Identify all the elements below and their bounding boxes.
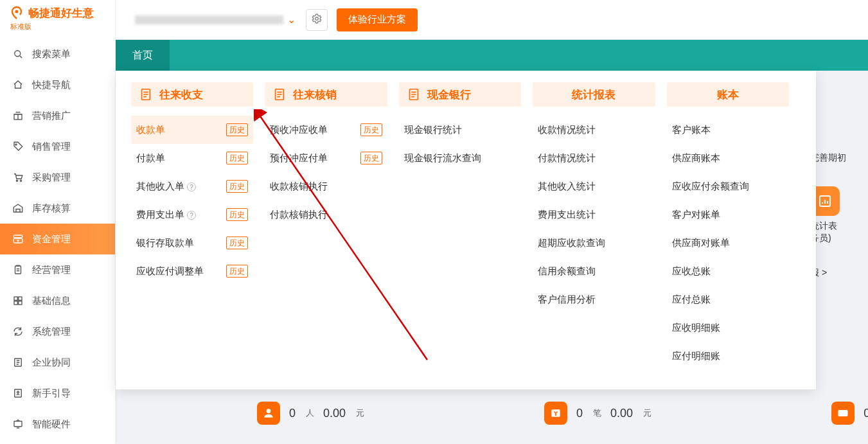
mega-item-label: 客户信用分析 (538, 294, 596, 306)
mega-item-ledger-7[interactable]: 应收明细账 (667, 314, 789, 342)
mega-item-report-3[interactable]: 费用支出统计 (533, 200, 655, 229)
mega-item-report-6[interactable]: 客户信用分析 (533, 285, 655, 314)
history-badge[interactable]: 历史 (226, 208, 248, 221)
history-badge[interactable]: 历史 (226, 123, 248, 136)
summary-wallet: 0笔 0.00元 (831, 402, 868, 425)
deal-icon (544, 402, 567, 425)
mega-col-title: 往来收支 (159, 87, 203, 102)
mega-col-header-ledger: 账本 (667, 82, 789, 107)
sidebar-item-marketing[interactable]: 营销推广 (0, 100, 115, 131)
sidebar-item-label: 库存核算 (32, 202, 71, 215)
wallet-count: 0 (864, 407, 868, 420)
sidebar-item-label: 企业协同 (32, 357, 71, 369)
mega-item-ledger-0[interactable]: 客户账本 (667, 116, 789, 144)
history-badge[interactable]: 历史 (226, 180, 248, 193)
stock-icon (12, 202, 24, 215)
mega-item-label: 预收冲应收单 (270, 124, 328, 136)
sidebar-item-base[interactable]: 基础信息 (0, 285, 115, 316)
mega-item-io-3[interactable]: 费用支出单?历史 (131, 200, 253, 229)
mega-item-report-2[interactable]: 其他收入统计 (533, 172, 655, 200)
mega-item-ledger-1[interactable]: 供应商账本 (667, 144, 789, 172)
sidebar-item-label: 资金管理 (32, 233, 71, 245)
mega-item-report-0[interactable]: 收款情况统计 (533, 116, 655, 144)
sidebar-item-purchase[interactable]: 采购管理 (0, 162, 115, 193)
mega-item-label: 付款情况统计 (538, 152, 596, 164)
sidebar-item-hw[interactable]: 智能硬件 (0, 409, 115, 440)
mega-item-report-4[interactable]: 超期应收款查询 (533, 229, 655, 257)
hint-report-link[interactable]: 报 > (810, 267, 868, 280)
sidebar-item-guide[interactable]: 新手引导 (0, 378, 115, 409)
doc-icon (272, 87, 287, 102)
history-badge[interactable]: 历史 (226, 152, 248, 164)
settings-button[interactable] (306, 9, 328, 31)
sales-icon (12, 140, 24, 153)
org-selector[interactable]: ⌄ (128, 9, 302, 31)
history-badge[interactable]: 历史 (360, 123, 382, 136)
doc-icon (407, 87, 421, 102)
mega-item-writeoff-3[interactable]: 付款核销执行 (265, 200, 387, 229)
hint-stat-line1: 统计表 (810, 220, 868, 233)
mega-item-io-4[interactable]: 银行存取款单历史 (131, 229, 253, 257)
mega-item-ledger-5[interactable]: 应收总账 (667, 257, 789, 285)
mega-item-io-0[interactable]: 收款单历史 (131, 116, 253, 144)
mega-col-writeoff: 往来核销预收冲应收单历史预付冲应付单历史收款核销执行付款核销执行 (265, 82, 398, 370)
sidebar-item-search[interactable]: 搜索菜单 (0, 39, 115, 69)
sidebar-item-label: 搜索菜单 (32, 48, 71, 60)
svg-point-22 (845, 413, 847, 414)
sidebar-item-sys[interactable]: 系统管理 (0, 316, 115, 347)
svg-point-19 (267, 409, 271, 413)
mega-col-title: 现金银行 (427, 87, 471, 102)
hint-stat-badge[interactable]: 统计表 务员) (810, 186, 868, 245)
mega-item-label: 应收应付余额查询 (672, 181, 749, 193)
brand-title: 畅捷通好生意 (28, 6, 94, 21)
sidebar-item-funds[interactable]: 资金管理 (0, 224, 115, 254)
sidebar-item-stock[interactable]: 库存核算 (0, 193, 115, 224)
mega-item-writeoff-1[interactable]: 预付冲应付单历史 (265, 144, 387, 172)
mega-item-cash-1[interactable]: 现金银行流水查询 (399, 144, 521, 172)
mega-item-writeoff-2[interactable]: 收款核销执行 (265, 172, 387, 200)
mega-item-io-5[interactable]: 应收应付调整单历史 (131, 257, 253, 285)
history-badge[interactable]: 历史 (226, 236, 248, 249)
history-badge[interactable]: 历史 (360, 152, 382, 164)
tab-home[interactable]: 首页 (116, 40, 170, 71)
mega-item-report-5[interactable]: 信用余额查询 (533, 257, 655, 285)
deal-amount: 0.00 (610, 407, 633, 420)
sidebar-item-label: 新手引导 (32, 387, 71, 400)
mega-item-ledger-3[interactable]: 客户对账单 (667, 200, 789, 229)
mega-item-label: 应收应付调整单 (136, 265, 204, 278)
mega-col-title: 账本 (717, 87, 739, 102)
brand-subtitle: 标准版 (10, 22, 107, 31)
mega-col-title: 往来核销 (293, 87, 337, 102)
mega-item-cash-0[interactable]: 现金银行统计 (399, 116, 521, 144)
hw-icon (12, 418, 24, 431)
industry-solution-button[interactable]: 体验行业方案 (337, 8, 418, 31)
purchase-icon (12, 171, 24, 184)
mega-col-header-writeoff: 往来核销 (265, 82, 387, 107)
mega-item-label: 其他收入单? (136, 181, 196, 193)
mega-item-writeoff-0[interactable]: 预收冲应收单历史 (265, 116, 387, 144)
mega-item-report-1[interactable]: 付款情况统计 (533, 144, 655, 172)
mega-item-ledger-4[interactable]: 供应商对账单 (667, 229, 789, 257)
search-icon (12, 48, 24, 60)
mega-col-header-report: 统计报表 (533, 82, 655, 107)
mega-item-ledger-2[interactable]: 应收应付余额查询 (667, 172, 789, 200)
help-icon[interactable]: ? (187, 211, 196, 220)
mega-item-label: 付款单 (136, 152, 165, 164)
hint-complete-opening[interactable]: 完善期初 (810, 152, 868, 164)
help-icon[interactable]: ? (187, 182, 196, 191)
mega-item-label: 预付冲应付单 (270, 152, 328, 164)
mega-item-label: 费用支出单? (136, 209, 196, 221)
sidebar-item-coop[interactable]: 企业协同 (0, 347, 115, 378)
mega-item-io-1[interactable]: 付款单历史 (131, 144, 253, 172)
mega-item-io-2[interactable]: 其他收入单?历史 (131, 172, 253, 200)
svg-rect-16 (14, 422, 22, 427)
sidebar-item-quicknav[interactable]: 快捷导航 (0, 69, 115, 100)
sidebar-item-sales[interactable]: 销售管理 (0, 131, 115, 162)
mega-item-ledger-6[interactable]: 应付总账 (667, 285, 789, 314)
primary-button-label: 体验行业方案 (348, 13, 406, 26)
mega-item-label: 客户账本 (672, 124, 711, 136)
sidebar-item-biz[interactable]: 经营管理 (0, 254, 115, 285)
svg-point-15 (17, 391, 19, 393)
mega-item-ledger-8[interactable]: 应付明细账 (667, 342, 789, 370)
history-badge[interactable]: 历史 (226, 265, 248, 278)
